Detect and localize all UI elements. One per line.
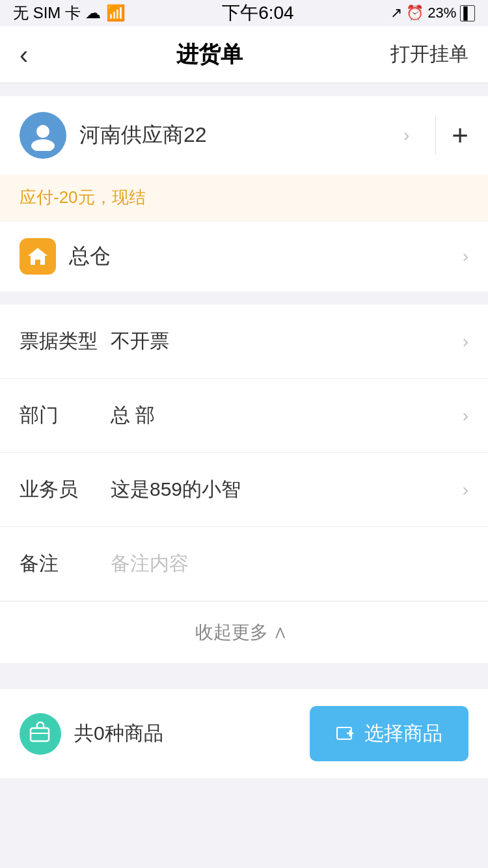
department-value: 总 部 [111, 402, 463, 429]
supplier-name: 河南供应商22 [79, 121, 403, 150]
warehouse-chevron-icon: › [463, 246, 468, 267]
nav-bar: ‹ 进货单 打开挂单 [0, 26, 488, 83]
separator-2 [0, 663, 488, 676]
wifi-icon: 📶 [106, 4, 126, 22]
select-product-label: 选择商品 [364, 720, 442, 747]
back-button[interactable]: ‹ [20, 42, 28, 68]
collapse-row[interactable]: 收起更多 ∧ [0, 601, 488, 663]
product-count-label: 共0种商品 [74, 720, 297, 747]
supplier-avatar [20, 112, 66, 159]
location-icon: ↗ [390, 5, 402, 21]
supplier-row[interactable]: 河南供应商22 › + [0, 96, 488, 174]
form-section: 票据类型 不开票 › 部门 总 部 › 业务员 这是859的小智 › 备注 备注… [0, 305, 488, 663]
status-time: 下午6:04 [222, 1, 294, 25]
warehouse-icon [20, 238, 56, 275]
supplier-section: 河南供应商22 › + 应付-20元，现结 总仓 › [0, 96, 488, 292]
collapse-label: 收起更多 ∧ [195, 620, 288, 645]
remark-label: 备注 [20, 550, 111, 577]
supplier-chevron-icon: › [403, 125, 409, 146]
svg-rect-4 [35, 260, 40, 265]
remark-row[interactable]: 备注 备注内容 [0, 527, 488, 601]
open-pending-button[interactable]: 打开挂单 [390, 41, 468, 68]
svg-point-0 [36, 125, 49, 138]
salesperson-chevron-icon: › [463, 480, 468, 500]
add-supplier-button[interactable]: + [452, 121, 468, 150]
invoice-type-value: 不开票 [111, 328, 463, 355]
separator-1 [0, 83, 488, 96]
svg-marker-2 [28, 248, 47, 256]
warehouse-row[interactable]: 总仓 › [0, 221, 488, 292]
warehouse-name: 总仓 [69, 242, 463, 271]
select-product-button[interactable]: 选择商品 [310, 706, 468, 761]
remark-value[interactable]: 备注内容 [111, 550, 468, 577]
svg-rect-5 [31, 728, 49, 741]
bottom-bar: 共0种商品 选择商品 [0, 689, 488, 778]
invoice-type-chevron-icon: › [463, 331, 468, 352]
salesperson-label: 业务员 [20, 476, 111, 503]
department-label: 部门 [20, 402, 111, 429]
salesperson-row[interactable]: 业务员 这是859的小智 › [0, 453, 488, 527]
divider [435, 116, 436, 155]
status-right: ↗ ⏰ 23% ▌ [390, 5, 475, 21]
department-row[interactable]: 部门 总 部 › [0, 379, 488, 453]
status-left: 无 SIM 卡 ☁ 📶 [13, 3, 126, 23]
status-bar: 无 SIM 卡 ☁ 📶 下午6:04 ↗ ⏰ 23% ▌ [0, 0, 488, 26]
salesperson-value: 这是859的小智 [111, 476, 463, 503]
invoice-type-label: 票据类型 [20, 328, 111, 355]
battery-label: 23% [427, 5, 456, 21]
sim-label: 无 SIM 卡 ☁ [13, 3, 101, 23]
notice-bar: 应付-20元，现结 [0, 174, 488, 221]
svg-point-1 [31, 139, 55, 151]
cart-icon [20, 713, 61, 755]
department-chevron-icon: › [463, 405, 468, 426]
alarm-icon: ⏰ [406, 5, 424, 21]
battery-icon: ▌ [460, 5, 475, 21]
page-title: 进货单 [176, 40, 243, 70]
invoice-type-row[interactable]: 票据类型 不开票 › [0, 305, 488, 379]
